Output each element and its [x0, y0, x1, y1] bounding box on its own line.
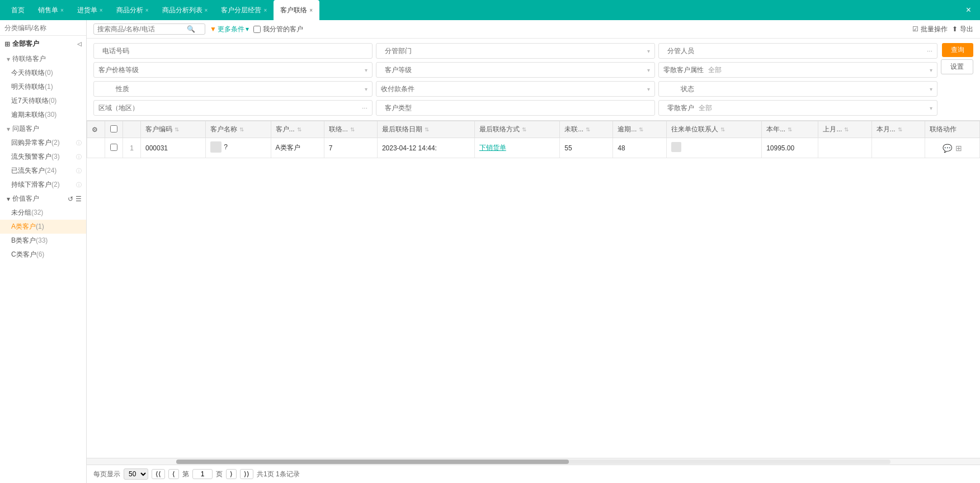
sidebar-search-input[interactable] — [4, 24, 87, 32]
dept-arrow[interactable]: ▾ — [647, 48, 650, 54]
grid-icon-action[interactable]: ⊞ — [955, 144, 962, 153]
sidebar-overdue-contact[interactable]: 逾期未联络(30) — [0, 108, 86, 122]
settings-button[interactable]: 设置 — [941, 59, 973, 74]
retail-attr-filter: 零散客户属性 全部 ▾ — [658, 62, 937, 78]
sidebar-tomorrow-contact[interactable]: 明天待联络(1) — [0, 80, 86, 94]
customer-level-arrow[interactable]: ▾ — [647, 67, 650, 73]
my-customers-filter[interactable]: 我分管的客户 — [253, 25, 303, 34]
nav-purchase[interactable]: 进货单 × — [70, 0, 110, 20]
sidebar-class-c[interactable]: C类客户(6) — [0, 248, 86, 262]
th-type[interactable]: 客户...⇅ — [271, 121, 324, 138]
nav-product-analysis[interactable]: 商品分析 × — [110, 0, 156, 20]
more-filters-btn[interactable]: ▼ 更多条件 ▾ — [210, 25, 249, 34]
td-checkbox[interactable] — [105, 138, 123, 158]
retail-customer-arrow[interactable]: ▾ — [930, 105, 932, 111]
manager-dots[interactable]: ··· — [927, 47, 932, 55]
prev-page-btn[interactable]: ⟨ — [168, 469, 179, 479]
pending-contact-group[interactable]: ▾ 待联络客户 — [0, 52, 86, 66]
td-last-contact-method[interactable]: 下销货单 — [474, 138, 560, 158]
scrollbar-thumb[interactable] — [176, 460, 569, 464]
info-icon-1: ⓘ — [76, 153, 82, 161]
sidebar-search-container: 🔍 — [0, 20, 86, 36]
sidebar-today-contact[interactable]: 今天待联络(0) — [0, 66, 86, 80]
retail-attr-arrow[interactable]: ▾ — [930, 67, 932, 73]
page-input[interactable] — [192, 469, 213, 479]
th-this-month[interactable]: 本月...⇅ — [871, 121, 925, 138]
last-contact-link[interactable]: 下销货单 — [479, 144, 506, 151]
td-contact-person — [666, 138, 762, 158]
nav-close-customer-tier[interactable]: × — [263, 7, 267, 13]
action-icons: 💬 ⊞ — [930, 144, 975, 153]
my-customers-checkbox[interactable] — [253, 26, 261, 33]
all-customers-header[interactable]: ⊞ 全部客户 ◁ — [0, 36, 86, 52]
filter-buttons-col: 查询 设置 — [941, 43, 973, 74]
sidebar-class-b[interactable]: B类客户(33) — [0, 234, 86, 248]
filter-search-icon[interactable]: 🔍 — [187, 25, 195, 33]
next-page-btn[interactable]: ⟩ — [226, 469, 237, 479]
first-page-btn[interactable]: ⟨⟨ — [152, 469, 165, 479]
filter-search-input[interactable] — [97, 25, 187, 33]
td-type: A类客户 — [271, 138, 324, 158]
td-name: ? — [206, 138, 271, 158]
nature-arrow[interactable]: ▾ — [365, 86, 368, 92]
th-last-contact-method[interactable]: 最后联络方式⇅ — [474, 121, 560, 138]
scrollbar-track[interactable] — [176, 460, 891, 464]
select-all-checkbox[interactable] — [110, 125, 117, 132]
refresh-icon[interactable]: ↺ — [68, 195, 73, 203]
close-all-btn[interactable]: × — [962, 5, 976, 15]
th-last-contact-date[interactable]: 最后联络日期⇅ — [377, 121, 474, 138]
th-contacts[interactable]: 联络...⇅ — [324, 121, 377, 138]
sidebar-churn-warning[interactable]: 流失预警客户(3) ⓘ — [0, 150, 86, 164]
th-settings[interactable]: ⚙ — [87, 121, 105, 138]
sort-type: ⇅ — [297, 126, 301, 132]
th-checkbox[interactable] — [105, 121, 123, 138]
problem-customers-group[interactable]: ▾ 问题客户 — [0, 122, 86, 136]
th-contact-person[interactable]: 往来单位联系人⇅ — [666, 121, 762, 138]
edit-icon[interactable]: ☰ — [76, 195, 82, 203]
status-arrow[interactable]: ▾ — [930, 86, 932, 92]
settings-icon: ⚙ — [92, 126, 98, 134]
batch-op-btn[interactable]: ☑ 批量操作 — [912, 25, 948, 34]
sidebar-repurchase-abnormal[interactable]: 回购异常客户(2) ⓘ — [0, 136, 86, 150]
query-button[interactable]: 查询 — [942, 43, 973, 57]
th-not-contacted[interactable]: 未联...⇅ — [560, 121, 613, 138]
nav-sales[interactable]: 销售单 × — [31, 0, 70, 20]
last-page-btn[interactable]: ⟩⟩ — [240, 469, 253, 479]
nav-product-list[interactable]: 商品分析列表 × — [156, 0, 215, 20]
sidebar-class-a[interactable]: A类客户(1) — [0, 220, 86, 234]
th-code[interactable]: 客户编码⇅ — [141, 121, 206, 138]
sort-this-month: ⇅ — [898, 126, 902, 132]
value-customers-group[interactable]: ▾ 价值客户 ↺ ☰ — [0, 192, 86, 206]
sort-this-year: ⇅ — [788, 126, 792, 132]
sort-name: ⇅ — [239, 126, 244, 132]
sidebar-7day-contact[interactable]: 近7天待联络(0) — [0, 94, 86, 108]
horizontal-scrollbar[interactable] — [87, 458, 980, 465]
per-page-select[interactable]: 50 — [124, 468, 148, 480]
sidebar-declining[interactable]: 持续下滑客户(2) ⓘ — [0, 178, 86, 192]
sidebar-unclassified[interactable]: 未分组(32) — [0, 206, 86, 220]
th-overdue[interactable]: 逾期...⇅ — [613, 121, 666, 138]
price-level-arrow[interactable]: ▾ — [365, 67, 368, 73]
nav-close-product-list[interactable]: × — [205, 7, 208, 13]
row-checkbox[interactable] — [110, 144, 117, 151]
nav-customer-tier[interactable]: 客户分层经营 × — [214, 0, 274, 20]
th-this-year[interactable]: 本年...⇅ — [762, 121, 818, 138]
region-dots[interactable]: ··· — [362, 104, 368, 112]
th-last-month[interactable]: 上月...⇅ — [818, 121, 871, 138]
th-name[interactable]: 客户名称⇅ — [206, 121, 271, 138]
nav-close-sales[interactable]: × — [60, 7, 64, 13]
nav-home[interactable]: 首页 — [4, 0, 31, 20]
export-btn[interactable]: ⬆ 导出 — [952, 25, 973, 34]
td-code: 000031 — [141, 138, 206, 158]
payment-arrow[interactable]: ▾ — [647, 86, 650, 92]
sidebar: 🔍 ⊞ 全部客户 ◁ ▾ 待联络客户 今天待联络(0) 明天待联络(1) 近7天… — [0, 20, 87, 483]
nature-filter: 性质 ▾ — [93, 81, 373, 97]
th-action: 联络动作 — [925, 121, 979, 138]
chat-icon[interactable]: 💬 — [943, 144, 952, 153]
nav-close-customer-contact[interactable]: × — [309, 7, 313, 13]
nav-customer-contact[interactable]: 客户联络 × — [274, 0, 319, 20]
sidebar-churned[interactable]: 已流失客户(24) ⓘ — [0, 164, 86, 178]
nav-close-purchase[interactable]: × — [100, 7, 103, 13]
customer-name: ? — [210, 141, 228, 153]
nav-close-product-analysis[interactable]: × — [145, 7, 149, 13]
